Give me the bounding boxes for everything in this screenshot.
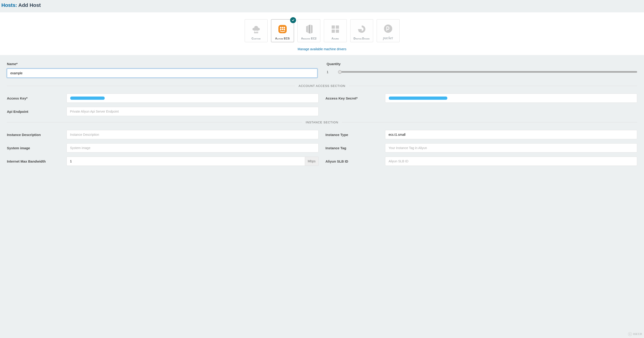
svg-rect-15	[360, 29, 362, 31]
instance-type-label: Instance Type	[326, 133, 378, 137]
section-label: INSTANCE SECTION	[306, 121, 338, 124]
svg-point-5	[280, 27, 281, 28]
provider-label: DigitalOcean	[354, 37, 370, 40]
slider-thumb[interactable]	[338, 70, 342, 74]
svg-rect-11	[332, 25, 335, 29]
instance-tag-label: Instance Tag	[326, 146, 378, 150]
name-label: Name*	[7, 62, 318, 66]
check-icon	[290, 17, 296, 23]
instance-tag-input[interactable]	[385, 143, 637, 152]
instance-section-divider: INSTANCE SECTION	[7, 121, 637, 124]
access-key-secret-input-wrap	[385, 94, 637, 103]
breadcrumb-current: Add Host	[17, 2, 40, 8]
svg-rect-12	[336, 25, 339, 29]
access-key-label: Access Key*	[7, 96, 60, 100]
provider-digitalocean[interactable]: DigitalOcean	[350, 19, 373, 42]
quantity-slider[interactable]	[338, 70, 637, 74]
redacted-overlay	[70, 96, 105, 100]
amazon-ec2-icon	[304, 21, 314, 37]
provider-amazon-ec2[interactable]: Amazon EC2	[298, 19, 320, 42]
digitalocean-icon	[357, 21, 367, 37]
bandwidth-label: Internet Max Bandwidth	[7, 159, 60, 163]
form-section: Name* Quantity 1 ACCOUNT ACCESS SECTION …	[0, 55, 644, 166]
access-key-secret-label: Access Key Secret*	[326, 96, 378, 100]
svg-rect-3	[254, 32, 258, 33]
quantity-value: 1	[326, 70, 331, 74]
page-header: Hosts: Add Host	[0, 0, 644, 12]
slb-id-label: Aliyun SLB ID	[326, 159, 378, 163]
svg-point-9	[282, 29, 283, 30]
instance-type-input[interactable]	[385, 130, 637, 139]
svg-point-17	[384, 24, 392, 33]
svg-rect-14	[336, 29, 339, 33]
provider-section: Custom Aliyun ECS	[0, 12, 644, 55]
cloud-server-icon	[251, 21, 261, 37]
api-endpoint-input[interactable]	[66, 107, 318, 116]
breadcrumb-hosts[interactable]: Hosts:	[2, 2, 17, 8]
system-image-input[interactable]	[66, 143, 318, 152]
api-endpoint-label: Api Endpoint	[7, 110, 60, 113]
provider-packet[interactable]: packet	[376, 19, 400, 42]
provider-azure[interactable]: Azure	[324, 19, 347, 42]
svg-point-10	[284, 29, 285, 30]
azure-icon	[330, 21, 340, 37]
system-image-label: System image	[7, 146, 60, 150]
provider-label: Amazon EC2	[301, 37, 317, 40]
bandwidth-input[interactable]	[66, 157, 305, 166]
manage-drivers-link[interactable]: Manage available machine drivers	[298, 47, 346, 51]
instance-description-input[interactable]	[66, 130, 318, 139]
page-title: Hosts: Add Host	[2, 2, 640, 8]
svg-rect-16	[359, 31, 360, 32]
packet-icon	[383, 21, 393, 36]
slider-track	[338, 71, 637, 73]
bandwidth-unit: Mbps	[305, 157, 318, 166]
provider-label: packet	[383, 36, 393, 40]
svg-line-0	[254, 30, 255, 32]
svg-point-7	[284, 27, 285, 28]
redacted-overlay	[389, 96, 447, 100]
instance-description-label: Instance Description	[7, 133, 60, 137]
svg-point-8	[280, 29, 281, 30]
svg-line-2	[258, 30, 258, 32]
provider-label: Azure	[332, 37, 339, 40]
aliyun-icon	[277, 21, 288, 37]
account-section-divider: ACCOUNT ACCESS SECTION	[7, 84, 637, 88]
provider-label: Aliyun ECS	[275, 37, 290, 40]
svg-rect-13	[332, 29, 335, 33]
slb-id-input[interactable]	[385, 157, 637, 166]
access-key-input-wrap	[66, 94, 318, 103]
name-input[interactable]	[7, 68, 318, 78]
section-label: ACCOUNT ACCESS SECTION	[298, 84, 346, 88]
svg-point-6	[282, 27, 283, 28]
provider-custom[interactable]: Custom	[245, 19, 268, 42]
provider-cards: Custom Aliyun ECS	[4, 19, 640, 42]
provider-aliyun-ecs[interactable]: Aliyun ECS	[271, 19, 294, 42]
quantity-label: Quantity	[326, 62, 637, 66]
provider-label: Custom	[252, 37, 260, 40]
